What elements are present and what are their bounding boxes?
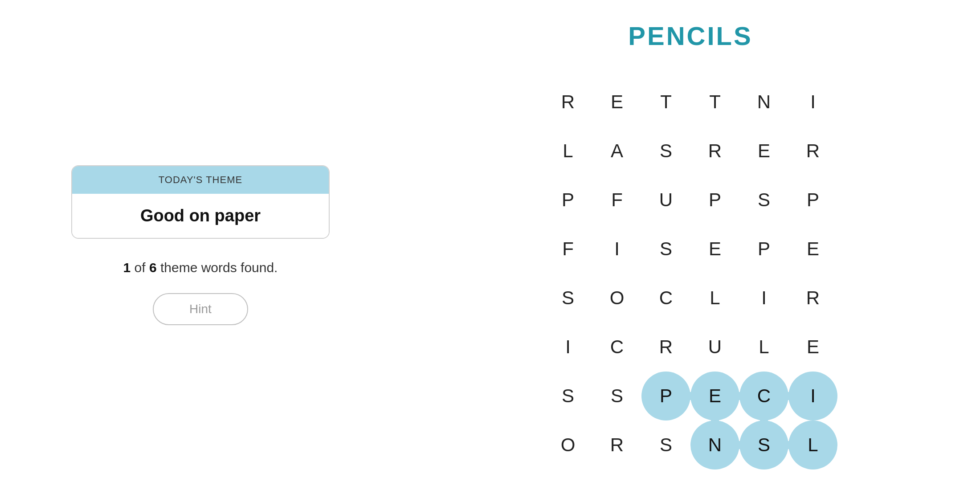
progress-text: 1 of 6 theme words found. [123, 260, 278, 275]
grid-cell[interactable]: C [592, 323, 641, 372]
grid-cell[interactable]: T [641, 78, 690, 127]
grid-cell[interactable]: L [690, 274, 739, 323]
grid-cell[interactable]: T [690, 78, 739, 127]
grid-cell[interactable]: R [690, 127, 739, 176]
grid-cell[interactable]: I [739, 274, 788, 323]
grid-cell[interactable]: L [543, 127, 592, 176]
grid-cell[interactable]: R [641, 323, 690, 372]
grid-cell[interactable]: N [739, 78, 788, 127]
total-count: 6 [149, 260, 157, 275]
grid-cell[interactable]: R [543, 78, 592, 127]
grid-cell[interactable]: L [739, 323, 788, 372]
grid-cell[interactable]: P [788, 176, 837, 225]
grid-cell[interactable]: N [690, 421, 739, 470]
hint-button[interactable]: Hint [153, 293, 248, 325]
grid-cell[interactable]: C [641, 274, 690, 323]
grid-cell[interactable]: S [641, 127, 690, 176]
grid-cell[interactable]: I [788, 78, 837, 127]
grid-cell[interactable]: E [788, 323, 837, 372]
grid-cell[interactable]: I [543, 323, 592, 372]
theme-box: TODAY'S THEME Good on paper [71, 165, 330, 239]
found-count: 1 [123, 260, 131, 275]
grid-cell[interactable]: P [543, 176, 592, 225]
left-panel: TODAY'S THEME Good on paper 1 of 6 theme… [0, 139, 401, 352]
grid-cell[interactable]: S [641, 421, 690, 470]
game-title: PENCILS [628, 21, 752, 51]
right-panel: PENCILS RETTNILASRERPFUPSPFISEPESOCLIRIC… [401, 3, 980, 487]
grid-cell[interactable]: I [788, 372, 837, 421]
grid-cell[interactable]: S [592, 372, 641, 421]
word-search-grid[interactable]: RETTNILASRERPFUPSPFISEPESOCLIRICRULESSPE… [543, 78, 837, 470]
grid-cell[interactable]: P [739, 225, 788, 274]
theme-header: TODAY'S THEME [72, 166, 329, 194]
theme-body: Good on paper [72, 194, 329, 238]
grid-cell[interactable]: F [543, 225, 592, 274]
grid-cell[interactable]: O [592, 274, 641, 323]
grid-cell[interactable]: O [543, 421, 592, 470]
theme-label: TODAY'S THEME [159, 174, 242, 185]
grid-cell[interactable]: L [788, 421, 837, 470]
progress-suffix: theme words found. [160, 260, 278, 275]
theme-title: Good on paper [140, 206, 261, 225]
grid-cell[interactable]: S [543, 274, 592, 323]
grid-cell[interactable]: A [592, 127, 641, 176]
grid-cell[interactable]: F [592, 176, 641, 225]
grid-cell[interactable]: S [739, 176, 788, 225]
grid-cell[interactable]: I [592, 225, 641, 274]
grid-cell[interactable]: E [690, 225, 739, 274]
grid-cell[interactable]: R [788, 274, 837, 323]
grid-cell[interactable]: S [543, 372, 592, 421]
grid-cell[interactable]: E [788, 225, 837, 274]
grid-cell[interactable]: C [739, 372, 788, 421]
page-container: TODAY'S THEME Good on paper 1 of 6 theme… [0, 0, 980, 490]
grid-cell[interactable]: R [788, 127, 837, 176]
grid-cell[interactable]: S [739, 421, 788, 470]
grid-cell[interactable]: E [592, 78, 641, 127]
grid-cell[interactable]: U [690, 323, 739, 372]
grid-cell[interactable]: E [690, 372, 739, 421]
grid-cell[interactable]: S [641, 225, 690, 274]
grid-cell[interactable]: P [690, 176, 739, 225]
grid-cell[interactable]: R [592, 421, 641, 470]
progress-of: of [135, 260, 149, 275]
grid-cell[interactable]: U [641, 176, 690, 225]
grid-cell[interactable]: E [739, 127, 788, 176]
grid-cell[interactable]: P [641, 372, 690, 421]
